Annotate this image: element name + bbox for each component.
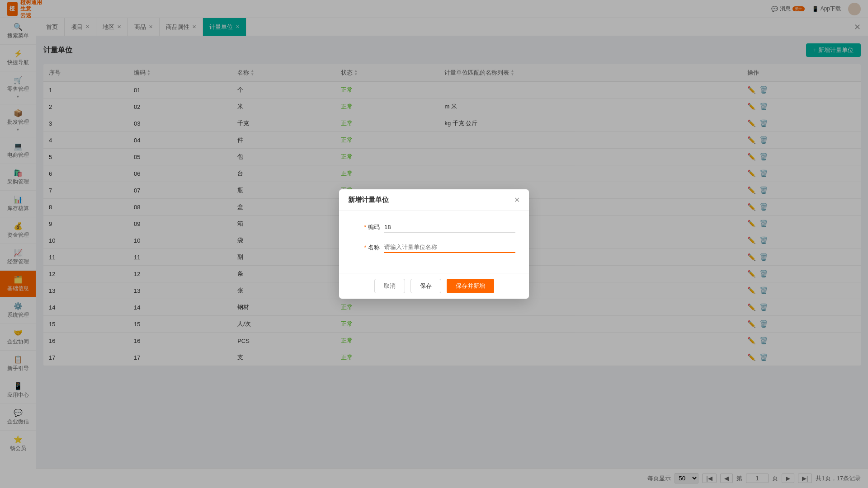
save-and-new-button[interactable]: 保存并新增 bbox=[447, 279, 494, 293]
modal-overlay: 新增计量单位 ✕ * 编码 * 名称 bbox=[0, 0, 868, 488]
name-label: * 名称 bbox=[353, 244, 380, 252]
add-unit-modal: 新增计量单位 ✕ * 编码 * 名称 bbox=[339, 189, 529, 299]
modal-footer: 取消 保存 保存并新增 bbox=[339, 273, 529, 299]
required-mark: * bbox=[364, 224, 366, 230]
modal-title: 新增计量单位 bbox=[348, 196, 389, 204]
required-mark: * bbox=[364, 244, 366, 251]
cancel-button[interactable]: 取消 bbox=[374, 279, 405, 293]
modal-close-button[interactable]: ✕ bbox=[514, 196, 520, 204]
save-button[interactable]: 保存 bbox=[410, 279, 441, 293]
app-wrapper: 橙 橙树通用生意 云速 💬 消息 99+ 📱 App下载 🔍 bbox=[0, 0, 868, 488]
code-input[interactable] bbox=[384, 222, 515, 233]
name-form-row: * 名称 bbox=[353, 242, 515, 253]
code-label: * 编码 bbox=[353, 223, 380, 231]
modal-header: 新增计量单位 ✕ bbox=[339, 189, 529, 211]
name-input[interactable] bbox=[384, 242, 515, 253]
modal-body: * 编码 * 名称 bbox=[339, 211, 529, 273]
code-form-row: * 编码 bbox=[353, 222, 515, 233]
